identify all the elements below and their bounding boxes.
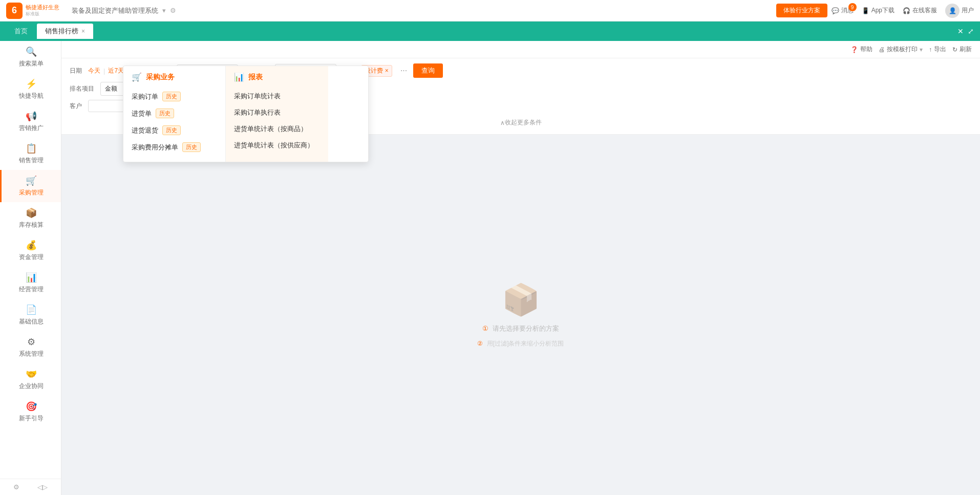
collapse-icon: ∧: [500, 119, 505, 126]
message-icon-item[interactable]: 💬 消息 9: [832, 6, 854, 15]
help-icon: ❓: [850, 46, 858, 53]
sidebar-label-finance: 资金管理: [19, 253, 44, 262]
report-col-header: 📊 报表: [234, 72, 320, 82]
sidebar-item-operation[interactable]: 📊 经营管理: [0, 267, 61, 299]
sidebar-item-guide[interactable]: 🎯 新手引导: [0, 396, 61, 428]
empty-illustration: 📦: [502, 282, 540, 318]
export-icon: ↑: [929, 46, 932, 53]
export-btn[interactable]: ↑ 导出: [929, 45, 946, 54]
sidebar-label-sales: 销售管理: [19, 156, 44, 165]
message-icon: 💬: [832, 7, 839, 14]
maximize-icon[interactable]: ⤢: [968, 27, 974, 35]
system-title-area: 装备及固定资产辅助管理系统 ▾ ⚙: [72, 6, 772, 15]
sidebar-label-system: 系统管理: [19, 350, 44, 358]
top-icons: 💬 消息 9 📱 App下载 🎧 在线客服 👤 用户: [832, 4, 974, 18]
user-area[interactable]: 👤 用户: [945, 4, 974, 18]
app-download-label: App下载: [871, 6, 894, 15]
sidebar-bottom: ⚙ ◁▷: [0, 479, 61, 495]
content-toolbar: ❓ 帮助 🖨 按模板打印 ▾ ↑ 导出 ↻ 刷新: [61, 41, 980, 58]
print-btn[interactable]: 🖨 按模板打印 ▾: [879, 45, 923, 54]
operation-icon: 📊: [26, 272, 37, 283]
collapse-sidebar-icon[interactable]: ◁▷: [37, 483, 48, 491]
user-label: 用户: [962, 6, 974, 15]
purchase-col: 🛒 采购业务 采购订单 历史 进货单 历史 进货退货 历史: [123, 66, 226, 162]
purchase-item-0[interactable]: 采购订单 历史: [132, 88, 217, 105]
report-item-0[interactable]: 采购订单统计表: [234, 88, 320, 104]
purchase-col-title: 采购业务: [146, 73, 175, 82]
online-service-item[interactable]: 🎧 在线客服: [903, 6, 937, 15]
sidebar-item-sales[interactable]: 📋 销售管理: [0, 138, 61, 170]
goods-tag-close[interactable]: ×: [385, 67, 389, 74]
sales-icon: 📋: [26, 143, 37, 154]
print-dropdown-icon[interactable]: ▾: [920, 46, 923, 53]
system-icon: ⚙: [27, 336, 35, 348]
message-badge: 9: [848, 3, 857, 11]
sidebar-label-nav: 快捷导航: [19, 92, 44, 100]
top-bar: 6 畅捷通好生意 标准版 装备及固定资产辅助管理系统 ▾ ⚙ 体验行业方案 💬 …: [0, 0, 980, 21]
close-window-icon[interactable]: ✕: [957, 27, 964, 35]
report-col-title: 报表: [248, 73, 263, 82]
customer-label: 客户: [70, 102, 82, 111]
system-title: 装备及固定资产辅助管理系统: [72, 6, 158, 15]
report-item-1[interactable]: 采购订单执行表: [234, 104, 320, 121]
purchase-item-2[interactable]: 进货退货 历史: [132, 122, 217, 139]
mobile-icon: 📱: [862, 7, 869, 14]
industry-btn[interactable]: 体验行业方案: [776, 4, 827, 17]
print-icon: 🖨: [879, 46, 885, 53]
purchase-item-1[interactable]: 进货单 历史: [132, 105, 217, 122]
date-7days[interactable]: 近7天: [108, 67, 124, 75]
tab-expand-area: ✕ ⤢: [957, 27, 974, 35]
settings-bottom-icon[interactable]: ⚙: [13, 483, 19, 491]
sidebar-item-collab[interactable]: 🤝 企业协同: [0, 363, 61, 396]
sidebar-item-nav[interactable]: ⚡ 快捷导航: [0, 73, 61, 105]
report-col: 📊 报表 采购订单统计表 采购订单执行表 进货单统计表（按商品） 进货单统计表（…: [226, 66, 328, 162]
sidebar-item-system[interactable]: ⚙ 系统管理: [0, 331, 61, 363]
sidebar-item-purchase[interactable]: 🛒 采购管理: [0, 170, 61, 202]
rank-label: 排名项目: [70, 84, 94, 93]
headset-icon: 🎧: [903, 7, 910, 14]
date-filter-label: 日期: [70, 67, 82, 75]
help-btn[interactable]: ❓ 帮助: [850, 45, 872, 54]
refresh-btn[interactable]: ↻ 刷新: [952, 45, 972, 54]
brand-sub: 标准版: [26, 11, 59, 17]
sidebar: 🔍 搜索菜单 ⚡ 快捷导航 📢 营销推广 📋 销售管理 🛒 采购管理 📦 库存核…: [0, 41, 61, 495]
report-col-icon: 📊: [234, 72, 244, 82]
report-item-3[interactable]: 进货单统计表（按供应商）: [234, 137, 320, 154]
app-download-item[interactable]: 📱 App下载: [862, 6, 894, 15]
tab-home[interactable]: 首页: [6, 24, 36, 39]
purchase-item-3[interactable]: 采购费用分摊单 历史: [132, 139, 217, 156]
dropdown-arrow-icon[interactable]: ▾: [162, 7, 166, 14]
sidebar-item-finance[interactable]: 💰 资金管理: [0, 234, 61, 267]
tab-sales-ranking[interactable]: 销售排行榜 ×: [37, 24, 93, 39]
empty-hint-2: ② 用[过滤]条件来缩小分析范围: [477, 339, 564, 348]
badge-3: 历史: [182, 142, 201, 152]
nav-icon: ⚡: [26, 78, 37, 90]
report-item-2[interactable]: 进货单统计表（按商品）: [234, 121, 320, 137]
tab-close-icon[interactable]: ×: [81, 28, 85, 35]
sidebar-item-search[interactable]: 🔍 搜索菜单: [0, 41, 61, 73]
date-today[interactable]: 今天: [88, 67, 100, 75]
print-label: 按模板打印: [887, 45, 918, 54]
collapse-label: 收起更多条件: [505, 118, 542, 127]
online-service-label: 在线客服: [912, 6, 937, 15]
main-layout: 🔍 搜索菜单 ⚡ 快捷导航 📢 营销推广 📋 销售管理 🛒 采购管理 📦 库存核…: [0, 41, 980, 495]
marketing-icon: 📢: [26, 111, 37, 122]
export-label: 导出: [934, 45, 946, 54]
nav-tabs: 首页 销售排行榜 × ✕ ⤢: [0, 21, 980, 41]
collab-icon: 🤝: [26, 369, 37, 380]
help-label: 帮助: [860, 45, 872, 54]
goods-more-dots[interactable]: ···: [400, 66, 407, 75]
sidebar-item-inventory[interactable]: 📦 库存核算: [0, 202, 61, 234]
empty-state: 📦 ① 请先选择要分析的方案 ② 用[过滤]条件来缩小分析范围: [61, 135, 980, 495]
content-area: ❓ 帮助 🖨 按模板打印 ▾ ↑ 导出 ↻ 刷新 日期 今天: [61, 41, 980, 495]
sidebar-label-operation: 经营管理: [19, 285, 44, 294]
settings-icon[interactable]: ⚙: [170, 7, 176, 14]
sidebar-label-guide: 新手引导: [19, 414, 44, 423]
purchase-col-icon: 🛒: [132, 72, 142, 82]
sidebar-item-marketing[interactable]: 📢 营销推广: [0, 105, 61, 138]
search-icon: 🔍: [26, 46, 37, 57]
sidebar-item-base-info[interactable]: 📄 基础信息: [0, 299, 61, 331]
query-button[interactable]: 查询: [413, 63, 443, 78]
sidebar-label-inventory: 库存核算: [19, 221, 44, 229]
empty-hint-1: ① 请先选择要分析的方案: [482, 324, 559, 333]
